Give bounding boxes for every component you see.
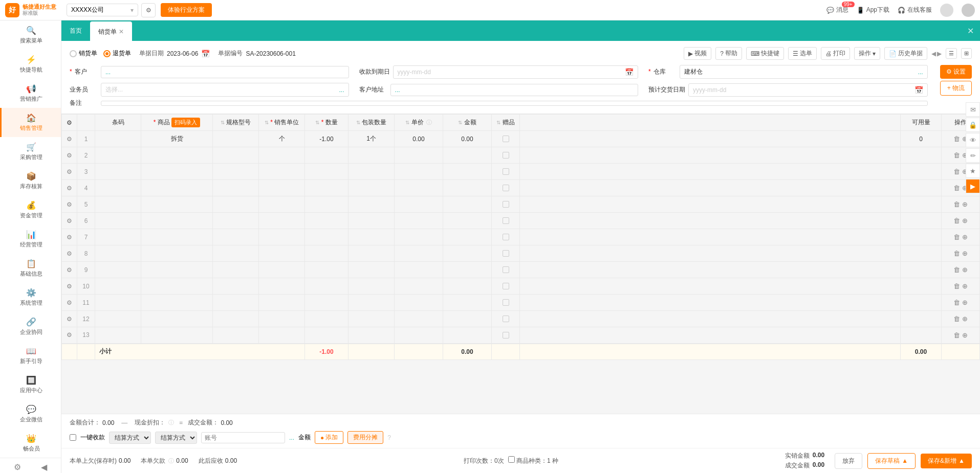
row-gear-icon[interactable]: ⚙ (67, 250, 72, 257)
cell-pkg[interactable] (349, 213, 395, 229)
cell-unit[interactable]: 个 (259, 131, 305, 147)
sidebar-item-purchase[interactable]: 🛒 采购管理 (0, 137, 61, 166)
cell-pkg[interactable] (349, 229, 395, 245)
cell-gift[interactable] (492, 295, 520, 311)
notification-btn[interactable]: 💬 消息 99+ (826, 6, 848, 14)
gift-checkbox[interactable] (503, 217, 509, 224)
sidebar-item-enterprise[interactable]: 🔗 企业协同 (0, 312, 61, 341)
settings-action-btn[interactable]: ⚙ 设置 (940, 65, 972, 79)
cell-price[interactable] (395, 180, 443, 196)
cell-product[interactable] (141, 147, 213, 164)
delete-icon[interactable]: 🗑 (953, 250, 960, 257)
cell-price[interactable] (395, 262, 443, 278)
cell-gift[interactable] (492, 229, 520, 245)
cell-spec[interactable] (213, 327, 259, 344)
cell-product[interactable] (141, 311, 213, 327)
gift-checkbox[interactable] (503, 316, 509, 322)
fee-help-icon[interactable]: ? (387, 434, 391, 441)
delete-icon[interactable]: 🗑 (953, 135, 960, 143)
sidebar-item-operations[interactable]: 📊 经营管理 (0, 224, 61, 254)
delete-icon[interactable]: 🗑 (953, 184, 960, 192)
cell-amount[interactable] (443, 147, 492, 164)
cell-qty[interactable] (305, 229, 349, 245)
page-close-btn[interactable]: ✕ (961, 26, 980, 36)
cell-product[interactable] (141, 213, 213, 229)
cell-spec[interactable] (213, 262, 259, 278)
delete-icon[interactable]: 🗑 (953, 282, 960, 290)
row-gear-icon[interactable]: ⚙ (67, 316, 72, 323)
table-gear-icon[interactable]: ⚙ (67, 119, 72, 126)
cell-product[interactable]: 拆货 (141, 131, 213, 147)
help-btn[interactable]: ? 帮助 (715, 47, 742, 60)
cell-gift[interactable] (492, 278, 520, 295)
cell-spec[interactable] (213, 180, 259, 196)
cell-barcode[interactable] (95, 311, 141, 327)
cell-product[interactable] (141, 164, 213, 180)
delete-icon[interactable]: 🗑 (953, 266, 960, 274)
tab-sales-order[interactable]: 销货单 ✕ (90, 21, 132, 42)
cell-pkg[interactable] (349, 262, 395, 278)
nav-next[interactable]: ▶ (937, 50, 942, 57)
cell-spec[interactable] (213, 311, 259, 327)
cell-pkg[interactable] (349, 295, 395, 311)
scan-button[interactable]: 扫码录入 (171, 118, 200, 127)
cell-qty[interactable] (305, 278, 349, 295)
discard-btn[interactable]: 放弃 (835, 453, 862, 469)
cell-price[interactable] (395, 213, 443, 229)
cell-gift[interactable] (492, 262, 520, 278)
float-message-btn[interactable]: ✉ (966, 102, 980, 117)
row-gear-icon[interactable]: ⚙ (67, 283, 72, 290)
float-action-btn[interactable]: ▶ (966, 179, 980, 193)
gift-checkbox[interactable] (503, 332, 509, 339)
cell-price[interactable] (395, 229, 443, 245)
cell-amount[interactable] (443, 262, 492, 278)
cell-unit[interactable] (259, 213, 305, 229)
cell-gift[interactable] (492, 327, 520, 344)
cell-qty[interactable] (305, 311, 349, 327)
cell-unit[interactable] (259, 245, 305, 262)
float-eye-btn[interactable]: 👁 (966, 133, 980, 147)
customer-input[interactable]: ... (101, 66, 349, 78)
view-toggle-grid[interactable]: ⊞ (961, 48, 972, 59)
cell-price[interactable]: 0.00 (395, 131, 443, 147)
delete-icon[interactable]: 🗑 (953, 168, 960, 175)
cell-price[interactable] (395, 147, 443, 164)
sidebar-item-finance[interactable]: 💰 资金管理 (0, 195, 61, 224)
row-gear-icon[interactable]: ⚙ (67, 152, 72, 159)
cal-icon-delivery[interactable]: 📅 (914, 86, 923, 94)
copy-icon[interactable]: ⊕ (962, 266, 968, 274)
gift-checkbox[interactable] (503, 266, 509, 273)
cell-gift[interactable] (492, 196, 520, 213)
cell-pkg[interactable] (349, 245, 395, 262)
customer-address-input[interactable]: ... (390, 84, 639, 96)
cell-barcode[interactable] (95, 295, 141, 311)
logistics-btn[interactable]: + 物流 (940, 81, 972, 96)
sort-icon-pkg[interactable]: ⇅ (356, 120, 360, 125)
shortcut-btn[interactable]: ⌨ 快捷键 (746, 47, 784, 60)
delete-icon[interactable]: 🗑 (953, 200, 960, 208)
price-info-icon[interactable]: ⓘ (426, 119, 432, 125)
cell-price[interactable] (395, 196, 443, 213)
gift-checkbox[interactable] (503, 201, 509, 208)
tab-home[interactable]: 首页 (61, 20, 90, 41)
cell-qty[interactable]: -1.00 (305, 131, 349, 147)
gift-checkbox[interactable] (503, 152, 509, 159)
cell-price[interactable] (395, 278, 443, 295)
salesperson-input[interactable]: 选择... ... (101, 83, 349, 97)
cell-product[interactable] (141, 180, 213, 196)
doc-num-value[interactable]: SA-20230606-001 (246, 50, 295, 57)
copy-icon[interactable]: ⊕ (962, 299, 968, 306)
cell-amount[interactable] (443, 295, 492, 311)
gift-checkbox[interactable] (503, 168, 509, 175)
gift-checkbox[interactable] (503, 136, 509, 142)
cell-pkg[interactable] (349, 327, 395, 344)
cell-unit[interactable] (259, 196, 305, 213)
save-draft-btn[interactable]: 保存草稿 ▲ (867, 453, 916, 469)
cell-spec[interactable] (213, 196, 259, 213)
sort-icon-qty[interactable]: ⇅ (315, 120, 319, 125)
row-gear-icon[interactable]: ⚙ (67, 234, 72, 241)
delete-icon[interactable]: 🗑 (953, 299, 960, 306)
sort-icon-unit[interactable]: ⇅ (265, 120, 269, 125)
cell-barcode[interactable] (95, 196, 141, 213)
cell-amount[interactable] (443, 196, 492, 213)
